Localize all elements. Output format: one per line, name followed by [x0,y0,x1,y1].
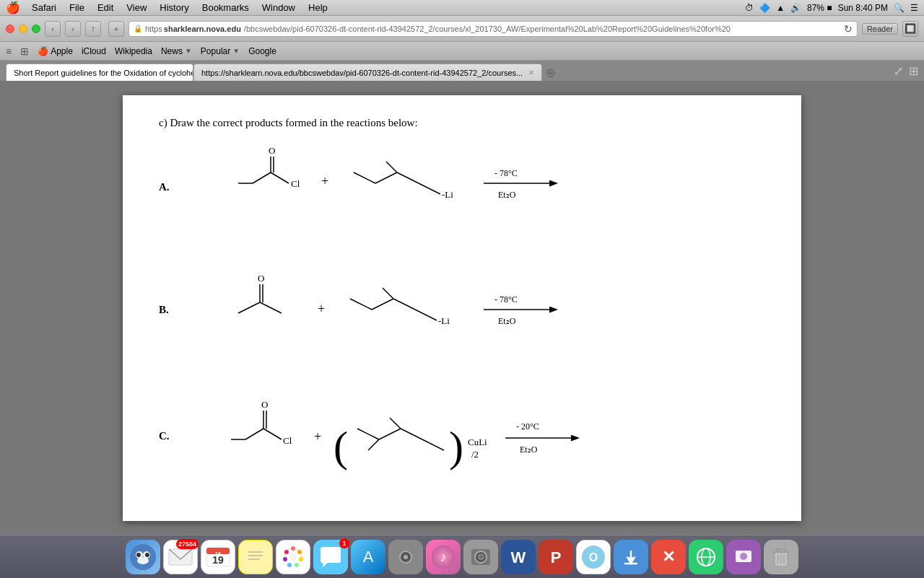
bookmark-popular-label: Popular [201,46,230,56]
popular-dropdown-icon: ▼ [232,47,240,55]
svg-point-56 [137,557,149,564]
reaction-c-svg: O Cl + ( ) CuLi [195,389,686,483]
tab-2-close[interactable]: ✕ [528,69,534,76]
svg-line-43 [401,429,422,439]
svg-line-9 [375,172,397,183]
bookmark-popular[interactable]: Popular ▼ [201,46,240,56]
close-button[interactable] [6,25,14,33]
apple-logo: 🍎 [38,46,48,56]
dock-downloads[interactable] [614,540,648,574]
menu-file[interactable]: File [64,0,90,16]
address-bar[interactable]: 🔒 https sharklearn.nova.edu /bbcswebdav/… [128,21,858,37]
svg-text:Et₂O: Et₂O [498,316,516,326]
menu-view[interactable]: View [121,0,152,16]
dock-messages[interactable]: 1 [313,540,348,574]
svg-line-10 [397,172,419,183]
messages-badge: 1 [339,538,349,548]
reading-list-icon[interactable]: ≡ [6,45,12,57]
menu-bookmarks[interactable]: Bookmarks [196,0,255,16]
menu-bar: 🍎 Safari File Edit View History Bookmark… [0,0,924,16]
apple-menu[interactable]: 🍎 [6,1,20,14]
dock-appstore[interactable]: A [351,540,385,574]
tab-arrange-icon[interactable]: ⤢ [894,64,903,78]
svg-text:Cl: Cl [283,435,292,446]
minimize-button[interactable] [19,25,27,33]
dock-word[interactable]: W [501,540,536,574]
svg-line-32 [245,429,263,439]
menu-help[interactable]: Help [302,0,334,16]
bookmark-google-label: Google [248,46,276,56]
svg-line-17 [238,302,260,313]
dock-notes[interactable] [238,540,273,574]
bookmark-news-label: News [161,46,183,56]
dock-openoffice[interactable]: O [576,540,611,574]
bookmark-google[interactable]: Google [248,46,276,56]
svg-text:O: O [589,551,598,564]
svg-rect-64 [245,546,266,569]
dock-trash[interactable] [764,540,798,574]
add-tab-button[interactable]: + [108,21,124,37]
tab-list-icon[interactable]: ⊞ [909,64,918,78]
dock-network[interactable] [689,540,723,574]
svg-point-57 [136,553,141,557]
svg-line-11 [419,183,440,194]
svg-point-58 [145,553,149,557]
menu-edit[interactable]: Edit [92,0,119,16]
svg-text:- 20°C: - 20°C [516,421,539,432]
sidebar-toggle-icon[interactable]: ☰ [910,3,918,13]
menu-safari[interactable]: Safari [26,0,62,16]
extensions-button[interactable]: 🔲 [902,21,918,37]
tab-1[interactable]: Short Report guidelines for the Oxidatio… [6,64,193,81]
svg-point-79 [404,555,408,559]
reaction-a: A. O Cl + [159,144,765,230]
back-button[interactable]: ‹ [45,21,61,37]
svg-text:O: O [261,399,268,410]
dock-calendar[interactable]: 19 19 [201,540,235,574]
dock-photos[interactable] [276,540,310,574]
time-machine-icon: ⏱ [745,3,754,13]
dock-powerpoint[interactable]: P [539,540,573,574]
svg-line-46 [390,418,401,429]
dock-photo-editor[interactable] [726,540,761,574]
bookmarks-bar: ≡ ⊞ 🍎 Apple iCloud Wikipedia News ▼ Popu… [0,42,924,61]
svg-line-12 [386,162,397,172]
svg-text:⚙: ⚙ [477,552,485,562]
dock-x-app[interactable]: ✕ [651,540,686,574]
tabs-bar: Short Report guidelines for the Oxidatio… [0,61,924,81]
tab-1-label: Short Report guidelines for the Oxidatio… [14,69,193,77]
tab-2[interactable]: https://sharklearn.nova.edu/bbcswebdav/p… [193,64,542,81]
svg-line-41 [357,429,379,439]
svg-line-4 [271,172,289,183]
search-icon[interactable]: 🔍 [894,3,905,13]
new-tab-button[interactable]: ⊕ [545,65,556,81]
svg-point-73 [287,563,292,567]
bookmark-icloud[interactable]: iCloud [82,46,106,56]
menu-window[interactable]: Window [256,0,301,16]
dock-itunes[interactable]: ♪ [426,540,461,574]
svg-text:+: + [314,429,321,444]
bookmark-apple[interactable]: 🍎 Apple [38,46,73,56]
dock-utilities[interactable]: ⚙ [463,540,498,574]
bookmark-wikipedia[interactable]: Wikipedia [115,46,152,56]
maximize-button[interactable] [32,25,40,33]
svg-text:19: 19 [212,554,224,566]
reader-button[interactable]: Reader [862,23,898,35]
dock-system-prefs[interactable] [388,540,423,574]
svg-line-42 [379,429,401,439]
svg-point-103 [740,553,747,560]
svg-point-75 [284,550,289,554]
svg-point-72 [295,563,299,567]
sidebar-icon[interactable]: ⊞ [20,45,29,57]
svg-line-24 [372,299,393,310]
forward-button[interactable]: › [65,21,81,37]
pdf-page: c) Draw the correct products formed in t… [123,95,801,521]
traffic-lights [6,25,40,33]
reaction-b-svg: O + -Li [195,266,642,353]
clock: Sun 8:40 PM [838,3,888,13]
dock-finder[interactable] [126,540,160,574]
menu-history[interactable]: History [154,0,194,16]
dock-mail[interactable]: 27584 [163,540,198,574]
share-button[interactable]: ↑ [85,21,101,37]
reload-button[interactable]: ↻ [844,23,853,35]
bookmark-news[interactable]: News ▼ [161,46,192,56]
